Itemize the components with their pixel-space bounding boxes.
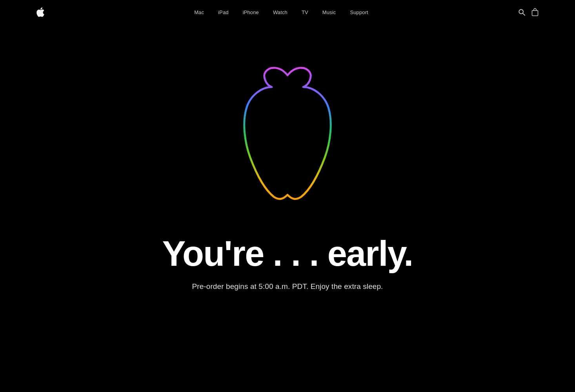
nav-item-watch[interactable]: Watch [266,9,295,15]
nav-item-music[interactable]: Music [315,9,343,15]
nav-item-iphone[interactable]: iPhone [236,9,266,15]
nav-item-mac[interactable]: Mac [187,9,211,15]
apple-logo[interactable] [36,7,44,17]
nav-item-support[interactable]: Support [343,9,375,15]
search-button[interactable] [518,9,525,16]
navigation: Mac iPad iPhone Watch TV Music Support [0,0,575,24]
svg-point-0 [519,9,523,14]
nav-utility-icons [518,8,539,16]
nav-items-list: Mac iPad iPhone Watch TV Music Support [44,9,518,15]
hero-heading: You're . . . early. [162,236,413,271]
search-icon [518,9,525,16]
rainbow-apple-svg [237,64,338,205]
hero-subheading: Pre-order begins at 5:00 a.m. PDT. Enjoy… [192,282,383,291]
nav-item-tv[interactable]: TV [295,9,315,15]
main-content: You're . . . early. Pre-order begins at … [0,24,575,314]
svg-rect-2 [532,11,538,16]
nav-item-ipad[interactable]: iPad [211,9,236,15]
hero-logo [229,56,346,212]
bag-icon [531,8,539,16]
bag-button[interactable] [531,8,539,16]
svg-line-1 [523,13,525,15]
